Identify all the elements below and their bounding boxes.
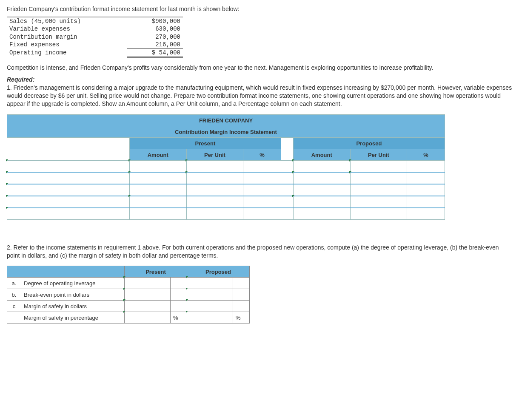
ws2-row-key: c — [7, 301, 21, 312]
ws1-perunit-cell[interactable] — [350, 196, 407, 208]
ws1-subtitle: Contribution Margin Income Statement — [7, 126, 445, 138]
ws1-gap — [281, 138, 293, 149]
ws2-pct-symbol: % — [171, 312, 187, 324]
worksheet-1: FRIEDEN COMPANY Contribution Margin Inco… — [7, 114, 445, 220]
ws1-row-label-input[interactable] — [7, 196, 130, 208]
ws2-pct-blank — [171, 278, 187, 289]
ws1-amount-cell[interactable] — [129, 184, 186, 196]
ws1-col-amount: Amount — [129, 149, 186, 161]
ws2-row-label: Break-even point in dollars — [21, 289, 125, 301]
ws2-row-key: b. — [7, 289, 21, 301]
ws2-present-header: Present — [125, 266, 187, 278]
ws2-row-label: Degree of operating leverage — [21, 278, 125, 289]
ws1-row-label-input[interactable] — [7, 184, 130, 196]
ws1-gap — [281, 161, 293, 173]
ws1-row-label-input[interactable] — [7, 172, 130, 184]
ws2-pct-blank — [233, 278, 250, 289]
income-row-label: Fixed expenses — [7, 41, 127, 49]
ws1-pct-cell[interactable] — [407, 196, 445, 208]
ws2-present-input[interactable] — [125, 312, 171, 324]
ws1-title: FRIEDEN COMPANY — [7, 115, 445, 126]
ws1-amount-input[interactable] — [293, 161, 350, 173]
ws1-col-perunit: Per Unit — [350, 149, 407, 161]
ws1-gap — [281, 196, 293, 208]
ws2-row-key: a. — [7, 278, 21, 289]
income-row-value: $900,000 — [127, 17, 183, 25]
ws1-row-label-input[interactable] — [7, 161, 130, 173]
paragraph-competition: Competition is intense, and Frieden Comp… — [7, 64, 512, 72]
ws2-blank-header — [21, 266, 125, 278]
ws2-proposed-input[interactable] — [187, 312, 233, 324]
ws1-perunit-input[interactable] — [186, 172, 243, 184]
ws2-row-label: Margin of safety in dollars — [21, 301, 125, 312]
ws1-col-pct: % — [243, 149, 281, 161]
ws1-blank-header — [7, 149, 130, 161]
ws1-amount-cell[interactable] — [293, 184, 350, 196]
income-row-value: 216,000 — [127, 41, 183, 49]
worksheet-2: Present Proposed a. Degree of operating … — [7, 266, 250, 324]
ws1-gap — [281, 149, 293, 161]
ws1-row-label-input[interactable] — [7, 208, 130, 220]
requirement-2-text: 2. Refer to the income statements in req… — [7, 244, 512, 260]
ws1-amount-input[interactable] — [129, 161, 186, 173]
ws1-pct-cell[interactable] — [407, 172, 445, 184]
ws1-gap — [281, 184, 293, 196]
ws1-col-perunit: Per Unit — [186, 149, 243, 161]
ws1-amount-input[interactable] — [293, 196, 350, 208]
ws1-gap — [281, 172, 293, 184]
income-row-label: Contribution margin — [7, 33, 127, 41]
ws1-amount-input[interactable] — [129, 172, 186, 184]
ws1-pct-cell[interactable] — [243, 208, 281, 220]
ws2-proposed-header: Proposed — [187, 266, 250, 278]
ws2-blank-header — [7, 266, 21, 278]
ws2-pct-blank — [171, 301, 187, 312]
ws1-perunit-cell[interactable] — [350, 208, 407, 220]
ws1-pct-cell[interactable] — [407, 208, 445, 220]
ws1-amount-cell[interactable] — [293, 208, 350, 220]
ws2-pct-blank — [233, 301, 250, 312]
income-row-label: Operating income — [7, 48, 127, 57]
requirement-1-text: 1. Frieden's management is considering a… — [7, 84, 512, 108]
ws2-pct-blank — [233, 289, 250, 301]
ws1-present-header: Present — [129, 138, 281, 149]
ws1-col-pct: % — [407, 149, 445, 161]
ws1-amount-input[interactable] — [293, 172, 350, 184]
income-statement-table: Sales (45,000 units) $900,000 Variable e… — [7, 17, 183, 58]
ws1-pct-cell[interactable] — [243, 161, 281, 173]
ws1-amount-cell[interactable] — [129, 208, 186, 220]
ws1-perunit-cell[interactable] — [186, 196, 243, 208]
income-row-value: $ 54,000 — [127, 48, 183, 57]
ws1-perunit-input[interactable] — [350, 172, 407, 184]
ws1-perunit-cell[interactable] — [350, 184, 407, 196]
income-row-label: Sales (45,000 units) — [7, 17, 127, 25]
ws1-col-amount: Amount — [293, 149, 350, 161]
income-row-value: 270,000 — [127, 33, 183, 41]
ws1-amount-input[interactable] — [129, 196, 186, 208]
ws1-perunit-input[interactable] — [186, 161, 243, 173]
ws2-present-input[interactable] — [125, 278, 171, 289]
ws2-proposed-input[interactable] — [187, 278, 233, 289]
ws2-proposed-input[interactable] — [187, 289, 233, 301]
ws1-perunit-cell[interactable] — [186, 208, 243, 220]
ws1-perunit-cell[interactable] — [186, 184, 243, 196]
ws1-gap — [281, 208, 293, 220]
ws1-pct-cell[interactable] — [407, 184, 445, 196]
ws1-pct-cell[interactable] — [243, 172, 281, 184]
ws2-proposed-input[interactable] — [187, 301, 233, 312]
ws2-row-key — [7, 312, 21, 324]
ws2-pct-blank — [171, 289, 187, 301]
income-row-label: Variable expenses — [7, 25, 127, 33]
ws1-pct-cell[interactable] — [243, 196, 281, 208]
income-row-value: 630,000 — [127, 25, 183, 33]
ws1-perunit-input[interactable] — [350, 161, 407, 173]
required-label: Required: — [7, 76, 512, 83]
ws1-pct-cell[interactable] — [243, 184, 281, 196]
intro-text: Frieden Company's contribution format in… — [7, 5, 512, 13]
ws2-pct-symbol: % — [233, 312, 250, 324]
ws1-proposed-header: Proposed — [293, 138, 445, 149]
ws1-pct-cell[interactable] — [407, 161, 445, 173]
ws2-present-input[interactable] — [125, 301, 171, 312]
ws1-blank-header — [7, 138, 130, 149]
ws2-row-label: Margin of safety in percentage — [21, 312, 125, 324]
ws2-present-input[interactable] — [125, 289, 171, 301]
